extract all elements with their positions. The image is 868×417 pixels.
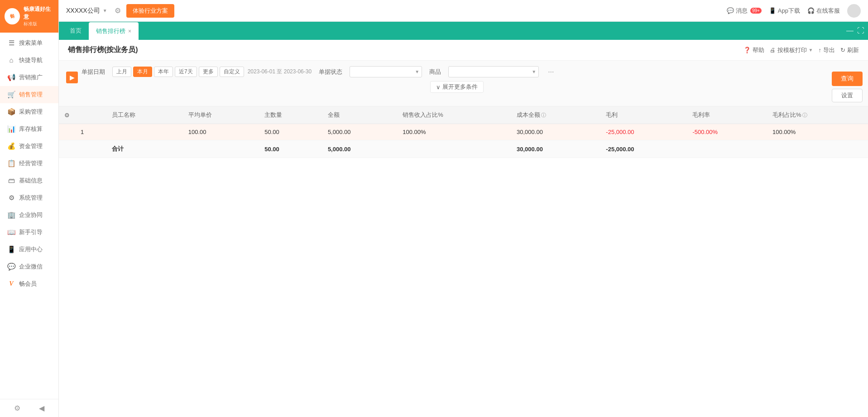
- print-dropdown-icon: ▼: [809, 48, 813, 53]
- col-sales-pct: 销售收入占比%: [397, 106, 511, 124]
- data-table: ⚙ 员工名称 平均单价 主数量 全额 销售收入占比% 成本全额ⓘ 毛利: [59, 106, 868, 158]
- app-download-icon: 📱: [769, 7, 776, 14]
- sidebar-item-marketing[interactable]: 📢 营销推广: [0, 69, 58, 86]
- tab-close-icon[interactable]: ×: [128, 28, 131, 34]
- row-gross-rate: -500.00%: [687, 124, 767, 140]
- sidebar-item-label: 系统管理: [19, 194, 43, 202]
- status-select[interactable]: [350, 66, 422, 77]
- sidebar-item-label: 销售管理: [19, 91, 43, 99]
- trial-button[interactable]: 体验行业方案: [126, 4, 174, 18]
- topbar-right: 💬 消息 99+ 📱 App下载 🎧 在线客服: [727, 4, 861, 18]
- sidebar-item-label: 采购管理: [19, 108, 43, 116]
- tab-maximize-icon[interactable]: ⛶: [857, 27, 864, 35]
- sidebar-item-quicknav[interactable]: ⌂ 快捷导航: [0, 52, 58, 69]
- notification-label: 消息: [736, 7, 748, 15]
- sidebar-item-sales[interactable]: 🛒 销售管理: [0, 86, 58, 103]
- prev-month-btn[interactable]: 上月: [112, 67, 131, 77]
- cost-info-icon[interactable]: ⓘ: [541, 112, 546, 118]
- current-year-btn[interactable]: 本年: [154, 67, 173, 77]
- col-cost: 成本全额ⓘ: [511, 106, 600, 124]
- sidebar-item-finance[interactable]: 💰 资金管理: [0, 138, 58, 155]
- table-body: 1 100.00 50.00 5,000.00 100.00% 30,000.0…: [59, 124, 868, 140]
- footer-gross-pct: [767, 140, 868, 158]
- refresh-button[interactable]: ↻ 刷新: [840, 46, 859, 54]
- filter-arrow-btn[interactable]: ▶: [66, 72, 78, 83]
- sidebar-item-guide[interactable]: 📖 新手引导: [0, 224, 58, 241]
- inventory-icon: 📊: [7, 125, 15, 133]
- more-filters-icon[interactable]: ···: [548, 68, 554, 76]
- more-dates-btn[interactable]: 更多: [199, 67, 218, 77]
- sidebar-item-label: 快捷导航: [19, 56, 43, 64]
- marketing-icon: 📢: [7, 73, 15, 81]
- print-button[interactable]: 🖨 按模板打印 ▼: [770, 46, 813, 54]
- status-select-wrapper: ▼: [350, 66, 422, 77]
- sidebar-item-system[interactable]: ⚙ 系统管理: [0, 189, 58, 206]
- help-button[interactable]: ❓ 帮助: [743, 46, 764, 54]
- row-avg-price: 100.00: [183, 124, 259, 140]
- company-selector[interactable]: XXXXX公司 ▼: [66, 7, 107, 15]
- company-name: XXXXX公司: [66, 7, 100, 15]
- col-gross: 毛利: [600, 106, 687, 124]
- sidebar-item-label: 库存核算: [19, 125, 43, 133]
- app-download-item[interactable]: 📱 App下载: [769, 7, 800, 15]
- sidebar-item-appcenter[interactable]: 📱 应用中心: [0, 241, 58, 258]
- company-dropdown-icon: ▼: [103, 8, 107, 13]
- goods-select[interactable]: [448, 66, 539, 77]
- row-cost: 30,000.00: [511, 124, 600, 140]
- table-settings-icon[interactable]: ⚙: [64, 112, 70, 119]
- settings-button[interactable]: 设置: [832, 89, 863, 102]
- sidebar-settings-icon[interactable]: ⚙: [14, 404, 20, 412]
- col-amount: 全额: [322, 106, 397, 124]
- filter-container: ▶ 单据日期 上月 本月 本年 近7天 更多 自定义 2023-06-: [59, 66, 868, 102]
- footer-avg-price: [183, 140, 259, 158]
- sidebar-item-operations[interactable]: 📋 经营管理: [0, 155, 58, 172]
- topbar-settings-icon[interactable]: ⚙: [115, 6, 121, 15]
- last-7-days-btn[interactable]: 近7天: [175, 67, 197, 77]
- sidebar-item-search[interactable]: ☰ 搜索菜单: [0, 34, 58, 52]
- sidebar-item-inventory[interactable]: 📊 库存核算: [0, 120, 58, 138]
- tab-sales-ranking-label: 销售排行榜: [96, 27, 125, 35]
- export-button[interactable]: ↑ 导出: [819, 46, 835, 54]
- footer-gross-rate: [687, 140, 767, 158]
- col-settings: ⚙: [59, 106, 75, 124]
- system-icon: ⚙: [7, 194, 15, 202]
- topbar: XXXXX公司 ▼ ⚙ 体验行业方案 💬 消息 99+ 📱 App下载 🎧 在线…: [59, 0, 868, 22]
- sidebar-item-wechat[interactable]: 💬 企业微信: [0, 258, 58, 275]
- sidebar-collapse-icon[interactable]: ◀: [39, 404, 44, 412]
- sidebar-nav: ☰ 搜索菜单 ⌂ 快捷导航 📢 营销推广 🛒 销售管理 📦 采购管理 📊 库: [0, 33, 58, 399]
- col-employee: 员工名称: [106, 106, 182, 124]
- date-filters: 上月 本月 本年 近7天 更多 自定义 2023-06-01 至 2023-06…: [112, 67, 312, 77]
- current-month-btn[interactable]: 本月: [133, 67, 152, 77]
- col-gross-rate: 毛利率: [687, 106, 767, 124]
- col-avg-price: 平均单价: [183, 106, 259, 124]
- expand-more-btn[interactable]: ∨ 展开更多条件: [430, 81, 484, 93]
- table-header-row: ⚙ 员工名称 平均单价 主数量 全额 销售收入占比% 成本全额ⓘ 毛利: [59, 106, 868, 124]
- user-avatar[interactable]: [847, 4, 861, 18]
- row-main-qty: 50.00: [259, 124, 322, 140]
- tab-sales-ranking[interactable]: 销售排行榜 ×: [89, 22, 139, 40]
- expand-more-label: 展开更多条件: [442, 83, 478, 91]
- footer-amount: 5,000.00: [322, 140, 397, 158]
- notification-item[interactable]: 💬 消息 99+: [727, 7, 762, 15]
- footer-gross: -25,000.00: [600, 140, 687, 158]
- sidebar-item-label: 畅会员: [19, 280, 37, 288]
- help-icon: ❓: [743, 47, 751, 53]
- wechat-icon: 💬: [7, 263, 15, 271]
- sidebar-item-member[interactable]: V 畅会员: [0, 275, 58, 292]
- footer-main-qty: 50.00: [259, 140, 322, 158]
- tab-home[interactable]: 首页: [62, 22, 89, 40]
- appcenter-icon: 📱: [7, 245, 15, 254]
- online-service-item[interactable]: 🎧 在线客服: [807, 7, 840, 15]
- query-button[interactable]: 查询: [832, 72, 863, 86]
- purchase-icon: 📦: [7, 108, 15, 116]
- sidebar-item-enterprise[interactable]: 🏢 企业协同: [0, 206, 58, 224]
- gross-pct-info-icon[interactable]: ⓘ: [802, 112, 807, 118]
- sidebar-item-basic[interactable]: 🗃 基础信息: [0, 172, 58, 189]
- custom-date-btn[interactable]: 自定义: [220, 67, 244, 77]
- sidebar-item-purchase[interactable]: 📦 采购管理: [0, 103, 58, 120]
- date-range-display: 2023-06-01 至 2023-06-30: [248, 68, 312, 76]
- row-sales-pct: 100.00%: [397, 124, 511, 140]
- tab-minimize-icon[interactable]: —: [846, 27, 854, 35]
- sales-icon: 🛒: [7, 91, 15, 99]
- sidebar-brand: 畅康通好生意 标准版: [24, 5, 54, 27]
